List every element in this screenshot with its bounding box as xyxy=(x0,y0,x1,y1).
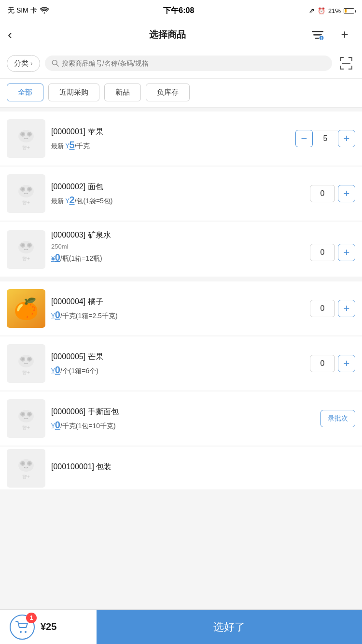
qty-input-0000003[interactable] xyxy=(310,244,335,261)
tab-negative[interactable]: 负库存 xyxy=(146,84,190,101)
search-input-wrap xyxy=(45,56,332,71)
confirm-button[interactable]: 选好了 xyxy=(97,610,362,644)
product-name-0000004: [0000004] 橘子 xyxy=(51,297,304,307)
section-divider-2 xyxy=(0,278,362,281)
product-name-0000002: [0000002] 面包 xyxy=(51,182,304,192)
svg-point-24 xyxy=(22,188,24,190)
nav-actions: ! + xyxy=(308,25,354,44)
cart-icon-wrap[interactable]: 1 xyxy=(10,615,35,640)
record-batch-button-0000006[interactable]: 录批次 xyxy=(320,410,355,427)
scan-button[interactable] xyxy=(337,54,355,72)
svg-point-25 xyxy=(28,188,31,190)
product-info-partial: [000100001] 包装 xyxy=(45,462,355,475)
svg-rect-0 xyxy=(312,31,323,32)
filter-icon: ! xyxy=(311,29,324,41)
tab-new[interactable]: 新品 xyxy=(104,84,141,101)
scan-icon xyxy=(339,56,353,70)
owl-logo-placeholder: 智+ xyxy=(7,449,45,488)
tab-all[interactable]: 全部 xyxy=(7,84,43,101)
owl-logo-placeholder: 智+ xyxy=(7,399,45,438)
alarm-icon: ⏰ xyxy=(318,7,325,14)
filter-button[interactable]: ! xyxy=(308,25,327,44)
owl-logo-placeholder: 智+ xyxy=(7,344,45,383)
product-image-0000005: 智+ xyxy=(7,344,45,383)
svg-point-20 xyxy=(28,133,31,135)
svg-rect-8 xyxy=(340,57,341,61)
svg-rect-12 xyxy=(340,66,341,70)
cart-total: ¥25 xyxy=(41,621,56,632)
qty-input-0000004[interactable] xyxy=(310,300,335,317)
qty-control-0000001: − + xyxy=(295,130,355,147)
svg-point-46 xyxy=(20,631,22,633)
qty-plus-0000002[interactable]: + xyxy=(338,185,355,202)
qty-input-0000005[interactable] xyxy=(310,355,335,372)
battery-percent: 21% xyxy=(328,7,341,14)
qty-control-0000006: 录批次 xyxy=(320,410,355,427)
product-price-0000002: 最新 ¥2/包(1袋=5包) xyxy=(51,195,304,206)
add-button[interactable]: + xyxy=(335,25,354,44)
qty-plus-0000004[interactable]: + xyxy=(338,300,355,317)
product-price-0000006: ¥0/千克(1包=10千克) xyxy=(51,420,315,431)
owl-logo-placeholder: 智+ xyxy=(7,230,45,269)
status-bar: 无 SIM 卡 下午6:08 ⇗ ⏰ 21% xyxy=(0,0,362,21)
page-title: 选择商品 xyxy=(149,28,186,41)
svg-point-29 xyxy=(22,244,24,246)
category-button[interactable]: 分类 › xyxy=(7,55,40,72)
section-divider xyxy=(0,108,362,112)
qty-plus-0000001[interactable]: + xyxy=(338,130,355,147)
svg-rect-14 xyxy=(351,66,352,70)
svg-point-45 xyxy=(28,462,31,465)
search-input[interactable] xyxy=(62,59,325,67)
product-list: 智+ [0000001] 苹果 最新 ¥5/千克 − + xyxy=(0,112,362,490)
product-info-0000006: [0000006] 手撕面包 ¥0/千克(1包=10千克) xyxy=(45,407,320,431)
qty-input-0000002[interactable] xyxy=(310,185,335,202)
product-image-0000004: 🍊 xyxy=(7,289,45,328)
qty-input-0000001[interactable] xyxy=(313,130,338,147)
cart-section: 1 ¥25 xyxy=(0,615,97,640)
svg-rect-15 xyxy=(342,63,350,64)
svg-point-26 xyxy=(18,241,34,253)
product-image-0000002: 智+ xyxy=(7,174,45,213)
cart-badge: 1 xyxy=(26,613,37,623)
cart-icon xyxy=(15,621,29,633)
product-item-0000003: 智+ [0000003] 矿泉水 250ml ¥0/瓶(1箱=12瓶) + xyxy=(0,222,362,277)
product-name-0000006: [0000006] 手撕面包 xyxy=(51,407,315,417)
svg-line-6 xyxy=(56,64,58,66)
category-label: 分类 xyxy=(14,59,28,68)
product-price-0000003: ¥0/瓶(1箱=12瓶) xyxy=(51,252,304,263)
qty-minus-0000001[interactable]: − xyxy=(295,130,313,147)
qty-plus-0000003[interactable]: + xyxy=(338,244,355,261)
svg-point-40 xyxy=(28,413,31,415)
svg-point-36 xyxy=(18,410,34,422)
category-arrow: › xyxy=(30,59,33,67)
qty-plus-0000005[interactable]: + xyxy=(338,355,355,372)
svg-point-21 xyxy=(18,185,34,197)
search-bar: 分类 › xyxy=(0,48,362,79)
svg-point-34 xyxy=(22,358,24,360)
product-item-0000004: 🍊 [0000004] 橘子 ¥0/千克(1箱=2.5千克) + xyxy=(0,281,362,336)
carrier-text: 无 SIM 卡 xyxy=(8,6,37,15)
product-price-0000001: 最新 ¥5/千克 xyxy=(51,140,290,151)
product-spec-0000003: 250ml xyxy=(51,243,304,250)
product-info-0000004: [0000004] 橘子 ¥0/千克(1箱=2.5千克) xyxy=(45,297,310,321)
product-item-0000005: 智+ [0000005] 芒果 ¥0/个(1箱=6个) + xyxy=(0,336,362,391)
product-image-partial: 智+ xyxy=(7,449,45,488)
back-button[interactable]: ‹ xyxy=(8,27,27,42)
product-item-0000001: 智+ [0000001] 苹果 最新 ¥5/千克 − + xyxy=(0,112,362,166)
status-carrier: 无 SIM 卡 xyxy=(8,6,49,15)
product-item-0000006: 智+ [0000006] 手撕面包 ¥0/千克(1包=10千克) 录批次 xyxy=(0,392,362,446)
svg-text:!: ! xyxy=(321,36,322,41)
product-image-0000006: 智+ xyxy=(7,399,45,438)
svg-point-19 xyxy=(22,133,24,135)
svg-point-39 xyxy=(22,413,24,415)
status-time: 下午6:08 xyxy=(163,6,194,16)
owl-logo-placeholder: 智+ xyxy=(7,119,45,158)
bottom-bar: 1 ¥25 选好了 xyxy=(0,609,362,644)
product-name-0000003: [0000003] 矿泉水 xyxy=(51,230,304,240)
product-info-0000005: [0000005] 芒果 ¥0/个(1箱=6个) xyxy=(45,352,310,376)
product-price-0000004: ¥0/千克(1箱=2.5千克) xyxy=(51,309,304,321)
svg-point-16 xyxy=(18,130,34,142)
tab-recent[interactable]: 近期采购 xyxy=(48,84,99,101)
tab-bar: 全部 近期采购 新品 负库存 xyxy=(0,79,362,108)
product-item-partial: 智+ [000100001] 包装 xyxy=(0,447,362,490)
